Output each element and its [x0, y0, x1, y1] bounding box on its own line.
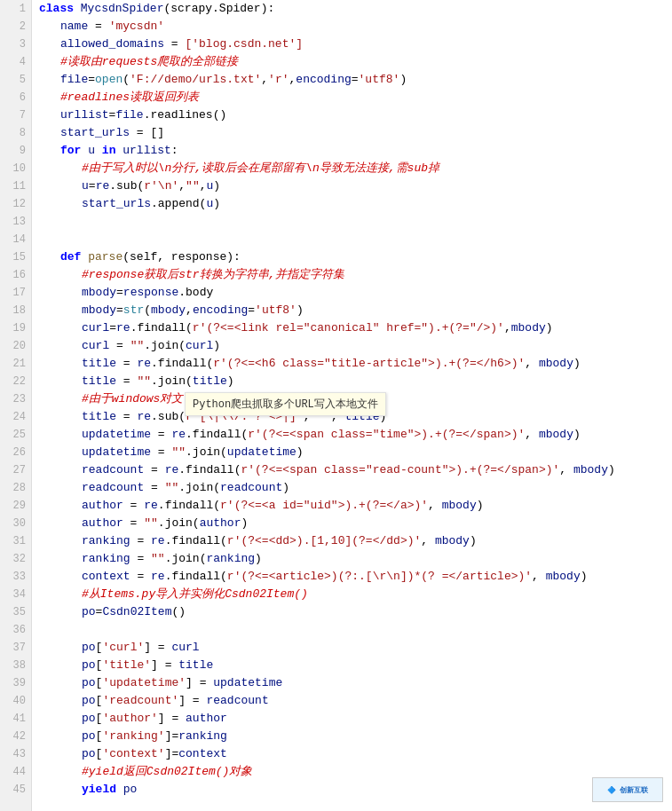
code-token: mbody — [435, 534, 470, 547]
code-token: ) — [213, 197, 220, 210]
code-token: 'updatetime' — [102, 676, 186, 689]
code-token: 'title' — [102, 658, 151, 672]
code-token: re — [165, 463, 179, 476]
code-line: po['author'] = author — [39, 710, 672, 728]
code-line: po=Csdn02Item() — [39, 603, 672, 621]
code-token: ] = — [186, 676, 213, 689]
code-token: po — [82, 729, 96, 743]
code-line: #从Items.py导入并实例化Csdn02Item() — [39, 586, 672, 603]
code-token: ) — [213, 179, 220, 193]
code-token: curl — [186, 339, 213, 352]
code-token: po — [82, 658, 96, 672]
code-token: r'(?<=<span class="read-count">).+(?=</s… — [241, 463, 559, 476]
line-number: 13 — [0, 213, 31, 231]
code-token: class — [39, 2, 81, 15]
code-token: u — [88, 144, 95, 157]
code-token: title — [193, 374, 227, 388]
code-token: title — [82, 374, 116, 388]
code-line: curl = "".join(curl) — [39, 337, 672, 355]
code-token: #由于写入时以\n分行,读取后会在尾部留有\n导致无法连接,需sub掉 — [82, 161, 439, 175]
code-token: r'(?<=<article>)(?:.[\r\n])*(? =</articl… — [227, 570, 532, 583]
code-token: 'mycsdn' — [109, 20, 164, 33]
line-number: 7 — [0, 106, 31, 124]
code-line: updatetime = "".join(updatetime) — [39, 444, 672, 461]
code-line: title = re.findall(r'(?<=<h6 class="titl… — [39, 355, 672, 373]
code-token: = [] — [130, 126, 164, 139]
code-token: "" — [151, 552, 165, 565]
code-line: #yield返回Csdn02Item()对象 — [39, 763, 672, 781]
code-token: r'\n' — [144, 179, 178, 193]
code-token: re — [151, 570, 165, 583]
code-token: .join( — [158, 516, 200, 530]
code-token: updatetime — [227, 445, 296, 459]
code-token: updatetime — [82, 445, 151, 459]
code-token: mbody — [442, 499, 477, 512]
line-number: 33 — [0, 568, 31, 586]
tooltip: Python爬虫抓取多个URL写入本地文件 — [185, 392, 386, 416]
code-token: ) — [296, 303, 304, 317]
line-number: 2 — [0, 18, 31, 35]
code-token: urllist — [123, 144, 171, 157]
code-token: ranking — [82, 552, 130, 565]
code-token: , — [525, 428, 539, 441]
line-number: 17 — [0, 284, 31, 302]
code-token: = — [88, 73, 95, 86]
code-token: ranking — [206, 552, 255, 565]
code-token: po — [123, 783, 138, 796]
code-token: re — [171, 428, 186, 441]
line-number: 25 — [0, 426, 31, 444]
code-token: .findall( — [186, 428, 248, 441]
line-number: 4 — [0, 53, 31, 71]
code-token: = — [89, 179, 96, 193]
code-token: po — [82, 747, 96, 760]
code-line: #response获取后str转换为字符串,并指定字符集 — [39, 266, 672, 284]
line-number: 21 — [0, 355, 31, 373]
code-token: 'curl' — [102, 641, 144, 654]
code-token: #yield返回Csdn02Item()对象 — [82, 765, 252, 778]
line-number: 38 — [0, 657, 31, 674]
code-token: #由于windows对文 — [82, 392, 183, 406]
line-number: 10 — [0, 160, 31, 177]
code-token: "" — [144, 516, 158, 530]
code-line: updatetime = re.findall(r'(?<=<span clas… — [39, 426, 672, 444]
code-token: r'(?<=<dd>).[1,10](?=</dd>)' — [227, 534, 421, 547]
code-token: author — [82, 499, 123, 512]
code-token: curl — [171, 641, 199, 654]
line-number: 6 — [0, 89, 31, 106]
code-token: po — [82, 676, 96, 689]
code-line: file=open('F://demo/urls.txt','r',encodi… — [39, 71, 672, 89]
code-token: start_urls — [60, 126, 130, 139]
code-token: re — [137, 357, 151, 370]
code-token: = — [109, 339, 130, 352]
code-line: #readlines读取返回列表 — [39, 89, 672, 106]
line-number: 43 — [0, 745, 31, 763]
code-line: start_urls = [] — [39, 124, 672, 142]
code-token: "" — [130, 339, 145, 352]
line-number: 37 — [0, 639, 31, 657]
code-token: .sub( — [151, 410, 186, 423]
line-number: 42 — [0, 728, 31, 745]
code-line: readcount = re.findall(r'(?<=<span class… — [39, 461, 672, 479]
code-token: .body — [178, 286, 213, 299]
code-token: ( — [144, 303, 151, 317]
code-token: r'(?<=<span class="time">).+(?=</span>)' — [248, 428, 525, 441]
code-token: encoding — [193, 303, 248, 317]
code-token: = — [144, 481, 164, 494]
line-number: 12 — [0, 195, 31, 213]
code-token: urllist — [60, 108, 109, 122]
code-token: ( — [123, 73, 130, 86]
code-token: 'F://demo/urls.txt' — [130, 73, 261, 86]
code-line: mbody=str(mbody,encoding='utf8') — [39, 302, 672, 319]
code-token: ) — [227, 374, 234, 388]
code-token: re — [144, 499, 158, 512]
code-token: ) — [296, 445, 304, 459]
code-token: ) — [213, 339, 220, 352]
code-token: r'(?<=<a id="uid">).+(?=</a>)' — [220, 499, 428, 512]
line-number: 23 — [0, 390, 31, 408]
code-line: for u in urllist: — [39, 142, 672, 160]
line-number: 31 — [0, 532, 31, 550]
code-token: .append( — [151, 197, 206, 210]
code-token: "" — [186, 179, 200, 193]
code-token: = — [130, 570, 151, 583]
line-number: 36 — [0, 621, 31, 639]
